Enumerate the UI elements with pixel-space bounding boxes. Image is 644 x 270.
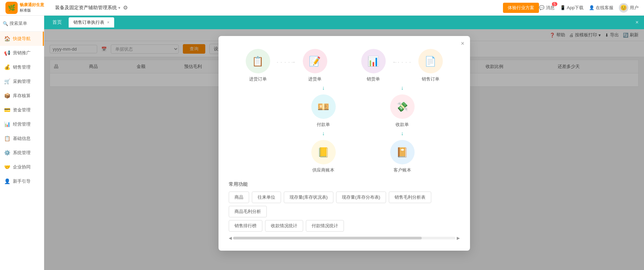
search-menu-label: 搜索菜单 <box>10 20 27 26</box>
sidebar-item-marketing[interactable]: 📢 营销推广 <box>0 46 44 60</box>
sidebar-item-label: 库存核算 <box>13 93 31 99</box>
user-btn[interactable]: 😊 用户 <box>619 3 639 13</box>
receipt-label: 收款单 <box>396 122 409 128</box>
operation-icon: 📊 <box>4 121 10 127</box>
func-btn-product[interactable]: 商品 <box>229 192 249 203</box>
content-area: 首页 销售订单执行表 × × ❓ 帮助 🖨 <box>44 16 644 270</box>
search-menu-btn[interactable]: 🔍 搜索菜单 <box>3 19 41 28</box>
func-btn-stock-dist[interactable]: 现存量(库存分布表) <box>336 192 386 203</box>
func-buttons: 商品 往来单位 现存量(库存状况表) 现存量(库存分布表) 销售毛利分析表 商品… <box>229 192 460 217</box>
payment-circle: 💴 <box>311 94 336 119</box>
sidebar-item-label: 基础信息 <box>13 136 31 142</box>
sidebar-item-inventory[interactable]: 📦 库存核算 <box>0 89 44 103</box>
sidebar-item-label: 经营管理 <box>13 121 31 127</box>
scroll-left-arrow[interactable]: ◀ <box>229 236 232 240</box>
sidebar-search[interactable]: 🔍 搜索菜单 <box>0 16 44 32</box>
sales-bill-circle: 📊 <box>361 49 386 73</box>
sidebar-item-quick-nav[interactable]: 🏠 快捷导航 <box>0 32 44 46</box>
scroll-track <box>233 237 455 239</box>
flow-node-receipt[interactable]: 💸 收款单 <box>390 94 415 128</box>
flow-row-middle: ↓ 💴 付款单 <box>239 85 450 130</box>
receipt-col: ↓ 💸 收款单 <box>383 85 421 130</box>
tab-sales-order[interactable]: 销售订单执行表 × <box>69 17 114 28</box>
modal-close-btn[interactable]: × <box>461 40 465 47</box>
payment-label: 付款单 <box>317 122 330 128</box>
arrow-from-sales-order: ← - - - - <box>393 59 412 65</box>
func-btn-stock-status[interactable]: 现存量(库存状况表) <box>284 192 334 203</box>
sales-bill-label: 销货单 <box>367 76 380 82</box>
top-bar: 🌿 畅康通好生意 标准版 装备及固定资产辅助管理系统 ▾ ⚙ 体验行业方案 💬 … <box>0 0 644 16</box>
sidebar-item-purchase[interactable]: 🛒 采购管理 <box>0 74 44 89</box>
func-btn-sales-analysis[interactable]: 销售毛利分析表 <box>389 192 431 203</box>
message-badge: 5 <box>552 2 557 6</box>
purchase-order-label: 进货订单 <box>249 76 267 82</box>
scroll-right-arrow[interactable]: ▶ <box>457 236 460 240</box>
sidebar-item-basic[interactable]: 📋 基础信息 <box>0 131 44 146</box>
flow-node-supplier-ledger[interactable]: 📒 供应商账本 <box>311 140 336 173</box>
system-title-text: 装备及固定资产辅助管理系统 <box>55 5 117 11</box>
newbie-icon: 👤 <box>4 178 10 184</box>
func-buttons-row2: 销售排行榜 收款情况统计 付款情况统计 <box>229 220 460 232</box>
online-service-label: 在线客服 <box>596 5 613 11</box>
func-btn-product-analysis[interactable]: 商品毛利分析 <box>229 206 267 217</box>
flow-node-sales-order[interactable]: 📄 销售订单 <box>418 49 443 82</box>
service-icon: 👤 <box>589 5 594 10</box>
sales-order-circle: 📄 <box>418 49 443 73</box>
online-service-btn[interactable]: 👤 在线客服 <box>589 5 613 11</box>
flow-node-payment[interactable]: 💴 付款单 <box>311 94 336 128</box>
tab-close-icon[interactable]: × <box>107 20 109 25</box>
func-btn-receipt-stats[interactable]: 收款情况统计 <box>265 220 303 232</box>
app-download-btn[interactable]: 📱 App下载 <box>560 5 584 11</box>
scroll-thumb[interactable] <box>233 237 422 239</box>
marketing-icon: 📢 <box>4 50 10 56</box>
sidebar-item-label: 采购管理 <box>13 78 31 85</box>
sidebar-item-label: 系统管理 <box>13 150 31 156</box>
arrow-to-purchase-bill: - - - - → <box>277 59 296 65</box>
top-right: 💬 消息 5 📱 App下载 👤 在线客服 😊 用户 <box>539 3 639 13</box>
flow-node-sales-bill[interactable]: 📊 销货单 <box>361 49 386 82</box>
sidebar-nav: 🏠 快捷导航 📢 营销推广 💰 销售管理 🛒 采购管理 📦 库存核 <box>0 32 44 270</box>
message-btn[interactable]: 💬 消息 5 <box>539 5 555 11</box>
enterprise-icon: 🤝 <box>4 164 10 170</box>
sidebar-item-enterprise[interactable]: 🤝 企业协同 <box>0 160 44 174</box>
sidebar-item-sales[interactable]: 💰 销售管理 <box>0 60 44 74</box>
purchase-bill-label: 进货单 <box>308 76 321 82</box>
sidebar-item-newbie[interactable]: 👤 新手引导 <box>0 174 44 188</box>
finance-icon: 💳 <box>4 107 10 113</box>
flow-node-purchase-bill[interactable]: 📝 进货单 <box>303 49 327 82</box>
try-btn[interactable]: 体验行业方案 <box>503 3 539 13</box>
flow-row-top: 📋 进货订单 - - - - → <box>239 46 450 85</box>
flow-diagram: 📋 进货订单 - - - - → <box>229 46 460 176</box>
flow-node-purchase-order[interactable]: 📋 进货订单 <box>246 49 270 82</box>
sidebar-item-operation[interactable]: 📊 经营管理 <box>0 117 44 131</box>
customer-ledger-label: 客户账本 <box>394 167 411 173</box>
settings-icon[interactable]: ⚙ <box>123 4 128 11</box>
system-title: 装备及固定资产辅助管理系统 ▾ ⚙ <box>55 4 499 11</box>
tab-label: 销售订单执行表 <box>73 19 104 25</box>
tab-bar-close-btn[interactable]: × <box>636 19 639 25</box>
common-functions: 常用功能 商品 往来单位 现存量(库存状况表) 现存量(库存分布表) 销售毛利分… <box>229 181 460 232</box>
sales-icon: 💰 <box>4 64 10 70</box>
home-icon: 🏠 <box>4 36 10 42</box>
purchase-bill-circle: 📝 <box>303 49 327 73</box>
sidebar-item-finance[interactable]: 💳 资金管理 <box>0 103 44 117</box>
tab-home[interactable]: 首页 <box>47 16 67 29</box>
logo-text: 畅康通好生意 标准版 <box>20 2 44 13</box>
user-name: 用户 <box>630 5 639 11</box>
logo-line1: 畅康通好生意 <box>20 2 44 8</box>
func-btn-payment-stats[interactable]: 付款情况统计 <box>306 220 344 232</box>
supplier-ledger-label: 供应商账本 <box>312 167 334 173</box>
inventory-icon: 📦 <box>4 93 10 99</box>
purchase-order-circle: 📋 <box>246 49 270 73</box>
sidebar-item-label: 资金管理 <box>13 107 31 113</box>
sidebar-item-system[interactable]: ⚙️ 系统管理 <box>0 146 44 160</box>
func-btn-counterpart[interactable]: 往来单位 <box>252 192 281 203</box>
sidebar-item-label: 销售管理 <box>13 64 31 70</box>
basic-icon: 📋 <box>4 136 10 142</box>
chevron-down-icon[interactable]: ▾ <box>118 5 120 10</box>
scroll-bar: ◀ ▶ <box>229 236 460 240</box>
func-btn-sales-ranking[interactable]: 销售排行榜 <box>229 220 262 232</box>
flow-node-customer-ledger[interactable]: 📔 客户账本 <box>390 140 415 173</box>
modal-overlay: × 📋 <box>44 29 644 270</box>
customer-col: ↓ 📔 客户账本 <box>383 130 421 176</box>
